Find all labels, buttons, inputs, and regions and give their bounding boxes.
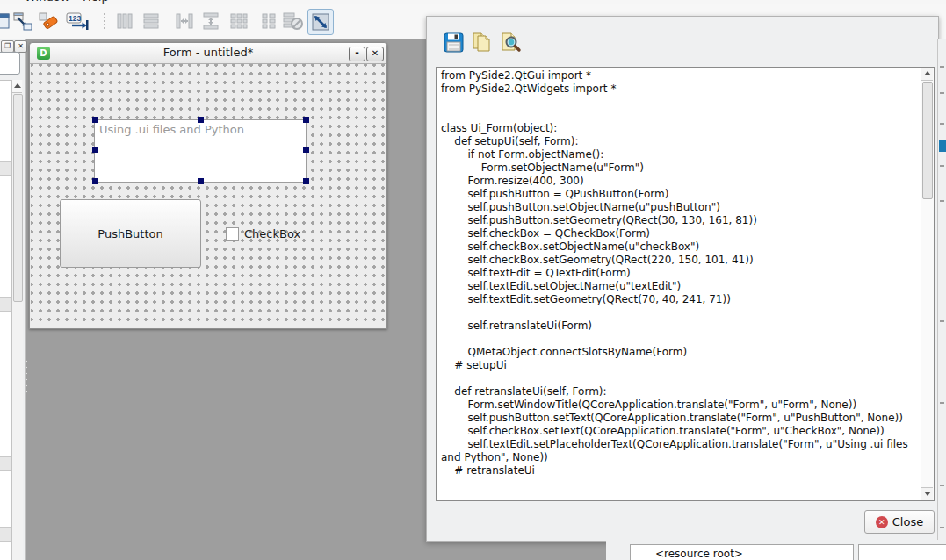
close-button-label: Close — [892, 515, 923, 528]
adjust-size-icon[interactable] — [307, 9, 334, 35]
widget-list[interactable] — [0, 80, 11, 560]
resource-file-list[interactable] — [858, 544, 946, 560]
break-layout-icon[interactable] — [281, 9, 306, 33]
dock-close-icon[interactable]: ✕ — [14, 40, 27, 53]
menu-window[interactable]: Window — [25, 0, 69, 4]
widget-category-row[interactable] — [0, 456, 11, 471]
textedit-placeholder: Using .ui files and Python — [99, 123, 244, 136]
tree-branch-mark — [940, 320, 944, 322]
selection-handle-s[interactable] — [198, 178, 204, 184]
tree-branch-mark — [940, 66, 944, 68]
scroll-down-icon[interactable] — [921, 487, 933, 500]
dock-float-icon[interactable]: ❐ — [1, 40, 14, 53]
selected-row-sliver[interactable] — [939, 140, 946, 152]
tree-branch-mark — [940, 402, 944, 404]
checkbox-label: CheckBox — [244, 227, 300, 241]
layout-grid-icon[interactable] — [227, 9, 251, 33]
layout-horizontal-splitter-icon[interactable] — [172, 9, 197, 33]
close-red-icon: ✕ — [876, 516, 888, 528]
resource-browser-dock: <resource root> — [606, 540, 946, 560]
form-editor-window: D Form - untitled* - ✕ Using .ui files a… — [29, 42, 387, 329]
find-icon[interactable] — [499, 30, 524, 54]
layout-horizontally-icon[interactable] — [112, 9, 137, 33]
selection-handle-se[interactable] — [303, 178, 309, 184]
widget-list-scrollbar[interactable] — [11, 80, 23, 560]
scroll-up-icon[interactable] — [921, 68, 933, 81]
form-window-titlebar[interactable]: D Form - untitled* - ✕ — [30, 43, 386, 64]
code-view[interactable]: from PySide2.QtGui import * from PySide2… — [436, 67, 935, 501]
selection-handle-nw[interactable] — [92, 117, 98, 123]
toolbar-separator — [104, 12, 105, 30]
layout-form-icon[interactable] — [256, 9, 281, 33]
tree-branch-mark — [940, 92, 944, 94]
tree-branch-mark — [940, 485, 944, 486]
edit-buddies-icon[interactable] — [37, 9, 61, 33]
layout-vertical-splitter-icon[interactable] — [199, 9, 223, 33]
tree-branch-mark — [940, 165, 944, 167]
selection-handle-ne[interactable] — [303, 117, 309, 123]
layout-vertically-icon[interactable] — [139, 9, 163, 33]
close-button[interactable]: ✕ Close — [864, 510, 935, 534]
widget-category-row[interactable] — [0, 527, 11, 542]
selection-handle-n[interactable] — [198, 117, 204, 123]
svg-text:123: 123 — [69, 14, 81, 23]
textedit-widget[interactable]: Using .ui files and Python — [94, 119, 307, 183]
selection-handle-sw[interactable] — [92, 178, 98, 184]
copy-icon[interactable] — [469, 30, 494, 54]
tree-branch-mark — [940, 527, 944, 528]
checkbox-widget[interactable]: CheckBox — [226, 226, 300, 241]
widget-box-dock: ❐ ✕ — [0, 39, 26, 560]
selection-handle-w[interactable] — [92, 147, 98, 153]
generated-python-code[interactable]: from PySide2.QtGui import * from PySide2… — [441, 69, 920, 477]
edit-tab-order-icon[interactable]: 123 — [65, 9, 90, 33]
code-scrollbar[interactable] — [921, 68, 934, 500]
widget-filter-input[interactable] — [0, 52, 20, 75]
edit-signals-slots-icon[interactable] — [11, 9, 35, 33]
selection-handle-e[interactable] — [303, 147, 309, 153]
widget-category-row[interactable] — [0, 161, 11, 176]
resource-root-item[interactable]: <resource root> — [655, 548, 743, 560]
resource-tree[interactable]: <resource root> — [630, 544, 854, 560]
scrollbar-thumb[interactable] — [922, 82, 933, 199]
checkbox-box[interactable] — [226, 227, 239, 241]
form-window-title: Form - untitled* — [30, 46, 386, 59]
widget-category-row[interactable] — [0, 297, 11, 312]
scroll-up-icon[interactable] — [12, 80, 22, 93]
right-dock-strip — [937, 39, 946, 560]
close-window-button[interactable]: ✕ — [366, 47, 384, 61]
scrollbar-thumb[interactable] — [13, 94, 23, 302]
tree-branch-mark — [940, 123, 944, 125]
pushbutton-widget[interactable]: PushButton — [60, 199, 201, 268]
form-canvas[interactable]: Using .ui files and Python PushButton Ch… — [31, 64, 386, 327]
tree-branch-mark — [940, 200, 944, 202]
code-preview-dialog: from PySide2.QtGui import * from PySide2… — [426, 16, 939, 542]
minimize-button[interactable]: - — [349, 47, 365, 61]
save-icon[interactable] — [441, 30, 466, 54]
menu-help[interactable]: Help — [83, 0, 109, 4]
